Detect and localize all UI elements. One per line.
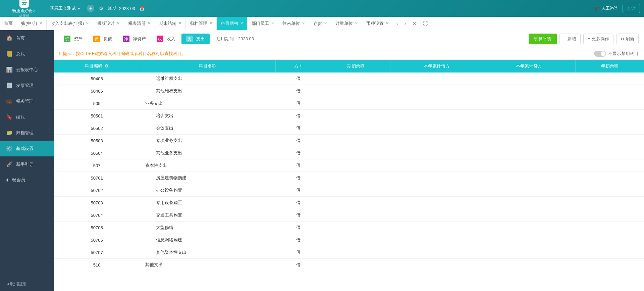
settings-icon[interactable]: ⚙: [97, 4, 105, 12]
tab-unit-label: 计量单位: [335, 20, 353, 27]
tab-unit[interactable]: 计量单位 ✕: [331, 17, 362, 30]
add-company-button[interactable]: +: [87, 5, 94, 12]
tab-inventory[interactable]: 存货 ✕: [309, 17, 331, 30]
cell-direction: 借: [275, 147, 321, 159]
tab-department-close[interactable]: ✕: [271, 21, 274, 26]
table-row[interactable]: 50406其他维权支出借: [54, 85, 644, 97]
refresh-button[interactable]: ↻ 刷新: [616, 34, 639, 44]
tab-unit-close[interactable]: ✕: [355, 21, 358, 26]
filter-tab-income[interactable]: 收 收入: [152, 34, 180, 44]
cell-value-2: [483, 135, 576, 147]
sidebar-item-tax[interactable]: 💼 税务管理: [0, 93, 54, 109]
tab-income-expense[interactable]: 收入支出表(年报) ✕: [47, 17, 94, 30]
subject-table: 科目编码 ⚙ 科目名称 方向 期初余额 本年累计借方 本年累计贷方 年初余额 5…: [54, 60, 644, 271]
sidebar-item-guide[interactable]: 🚀 新手引导: [0, 156, 54, 172]
table-row[interactable]: 50706信息网络购建借: [54, 234, 644, 246]
company-area[interactable]: 基层工会测试 ▾: [50, 5, 80, 11]
company-dropdown-icon[interactable]: ▾: [78, 6, 80, 11]
cell-value-0: [321, 234, 390, 246]
cell-name: 其他资本性支出: [140, 246, 275, 259]
filter-tab-assets[interactable]: 资 资产: [59, 34, 87, 44]
cell-direction: 借: [275, 197, 321, 209]
table-row[interactable]: 50503专项业务支出借: [54, 135, 644, 147]
cell-value-1: [390, 85, 483, 97]
sidebar-item-invoice[interactable]: 🧾 发票管理: [0, 78, 54, 93]
sidebar-item-archive[interactable]: 📁 归档管理: [0, 125, 54, 141]
sidebar-archive-label: 归档管理: [16, 130, 34, 136]
cell-value-0: [321, 122, 390, 135]
tab-template[interactable]: 模版设计 ✕: [93, 17, 124, 30]
cell-value-0: [321, 184, 390, 197]
sidebar-guide-label: 新手引导: [16, 161, 34, 167]
table-row[interactable]: 507资本性支出借: [54, 159, 644, 172]
tab-subject-period[interactable]: 科目期初 ✕: [217, 17, 248, 30]
more-button[interactable]: ≡ 更多操作: [583, 34, 613, 44]
toggle-disabled-switch[interactable]: [594, 51, 606, 57]
cell-value-1: [390, 197, 483, 209]
table-row[interactable]: 50502会议支出借: [54, 122, 644, 135]
tab-subject-period-close[interactable]: ✕: [240, 21, 243, 26]
header-mid: + ⚙ 账期 2023-03 📅: [87, 4, 145, 12]
tab-interim-close[interactable]: ✕: [39, 21, 42, 26]
tab-close-all-button[interactable]: ✕: [409, 17, 420, 30]
table-row[interactable]: 50705大型修缮借: [54, 222, 644, 234]
tab-nav-right-button[interactable]: ›: [401, 17, 409, 30]
tab-contacts[interactable]: 往来单位 ✕: [278, 17, 309, 30]
table-row[interactable]: 50504其他业务支出借: [54, 147, 644, 159]
table-row[interactable]: 50405运维维权支出借: [54, 72, 644, 85]
balance-button[interactable]: 试算平衡: [529, 34, 557, 44]
table-row[interactable]: 50702办公设备购置借: [54, 184, 644, 197]
table-row[interactable]: 50703专用设备购置借: [54, 197, 644, 209]
tab-contacts-close[interactable]: ✕: [302, 21, 305, 26]
cell-value-1: [390, 72, 483, 85]
cell-name: 专项业务支出: [140, 135, 275, 147]
calendar-icon[interactable]: 📅: [139, 6, 145, 11]
table-row[interactable]: 50701房屋建筑物购建借: [54, 172, 644, 184]
tab-income-expense-close[interactable]: ✕: [86, 21, 89, 26]
filter-tab-expenditure[interactable]: 支 支出: [181, 34, 210, 44]
tab-nav-left-button[interactable]: ‹: [393, 17, 401, 30]
tab-inventory-close[interactable]: ✕: [324, 21, 327, 26]
sidebar-collapse-button[interactable]: ◄取消固定: [0, 277, 54, 291]
filter-tab-liabilities[interactable]: 负 负债: [89, 34, 117, 44]
sidebar-item-ledger[interactable]: 📒 总账: [0, 46, 54, 62]
table-row[interactable]: 50704交通工具购置借: [54, 209, 644, 222]
tab-expand-button[interactable]: ⛶: [420, 17, 431, 30]
sidebar-item-reports[interactable]: 📊 云报表中心: [0, 62, 54, 78]
add-button[interactable]: + 新增: [559, 34, 581, 44]
tab-archive[interactable]: 归档管理 ✕: [186, 17, 217, 30]
tab-currency[interactable]: 币种设置 ✕: [362, 17, 393, 30]
table-row[interactable]: 510其他支出借: [54, 259, 644, 271]
cell-direction: 借: [275, 159, 321, 172]
cell-code: 50502: [54, 122, 140, 135]
tax-icon: 💼: [6, 98, 13, 104]
toggle-disabled-area[interactable]: 不显示禁用科目: [594, 51, 639, 57]
tab-archive-close[interactable]: ✕: [209, 21, 212, 26]
support-button[interactable]: 🎧 人工咨询: [594, 5, 619, 11]
table-row[interactable]: 50501培训支出借: [54, 110, 644, 122]
cell-code: 50504: [54, 147, 140, 159]
cell-name: 信息网络购建: [140, 234, 275, 246]
add-icon: +: [564, 37, 567, 42]
sidebar-item-home[interactable]: 🏠 首页: [0, 30, 54, 46]
filter-tab-net-assets[interactable]: 净 净资产: [118, 34, 151, 44]
tab-period-end[interactable]: 期末结转 ✕: [155, 17, 186, 30]
cell-value-3: [575, 209, 644, 222]
table-row[interactable]: 505业务支出借: [54, 97, 644, 110]
tab-tax-close[interactable]: ✕: [148, 21, 151, 26]
cell-code: 505: [54, 97, 140, 110]
cell-value-2: [483, 159, 576, 172]
tab-department[interactable]: 部门员工 ✕: [248, 17, 278, 30]
tab-tax[interactable]: 税表清册 ✕: [124, 17, 155, 30]
col-code-settings-icon[interactable]: ⚙: [105, 63, 109, 68]
sidebar-item-closing[interactable]: 🔖 结账: [0, 109, 54, 125]
sidebar-item-basic-settings[interactable]: ⚙️ 基础设置: [0, 141, 54, 156]
sidebar-item-vip[interactable]: ♦ 畅会员: [0, 172, 54, 188]
table-row[interactable]: 50707其他资本性支出借: [54, 246, 644, 259]
account-button[interactable]: 会计: [623, 4, 640, 13]
tab-template-close[interactable]: ✕: [117, 21, 120, 26]
tab-period-end-close[interactable]: ✕: [178, 21, 181, 26]
tab-home[interactable]: 首页: [0, 17, 17, 30]
tab-interim[interactable]: 账(中期) ✕: [17, 17, 47, 30]
tab-currency-close[interactable]: ✕: [386, 21, 389, 26]
